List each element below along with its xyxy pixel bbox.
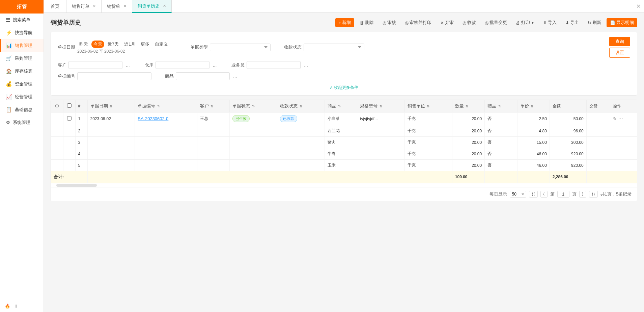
sort-spec-icon[interactable]: ⇅ — [380, 104, 382, 108]
sort-price-icon[interactable]: ⇅ — [531, 104, 533, 108]
page-last-button[interactable]: ⟩⟩ — [589, 191, 598, 198]
filter-customer-input[interactable] — [68, 61, 122, 69]
page-prev-button[interactable]: ⟨ — [540, 191, 548, 198]
more-icon[interactable]: ⋯ — [618, 116, 623, 122]
tab-sales-history-close[interactable]: ✕ — [163, 4, 166, 8]
row-checkbox[interactable] — [63, 148, 75, 160]
salesperson-dots-icon[interactable]: ... — [303, 62, 309, 69]
date-btn-last7days[interactable]: 近7天 — [106, 41, 121, 48]
row-amount: 300.00 — [550, 137, 586, 148]
row-checkbox[interactable] — [63, 112, 75, 125]
sort-gift-icon[interactable]: ⇅ — [498, 104, 501, 108]
th-doc-date[interactable]: 单据日期 ⇅ — [87, 100, 135, 112]
row-amount: 920.00 — [550, 160, 586, 171]
audit-print-button[interactable]: ◎ 审核并打印 — [401, 18, 435, 27]
row-checkbox[interactable] — [63, 137, 75, 148]
th-customer[interactable]: 客户 ⇅ — [197, 100, 230, 112]
th-price[interactable]: 单价 ⇅ — [517, 100, 550, 112]
date-btn-yesterday[interactable]: 昨天 — [77, 41, 90, 48]
new-button[interactable]: + 新增 — [335, 18, 355, 27]
filter-goods-input[interactable] — [176, 72, 230, 80]
sidebar-item-sys-mgmt[interactable]: ⚙ 系统管理 — [0, 116, 44, 129]
select-all-checkbox[interactable] — [67, 103, 72, 108]
sort-doc-no-icon[interactable]: ⇅ — [157, 104, 160, 108]
th-goods[interactable]: 商品 ⇅ — [325, 100, 357, 112]
filter-warehouse-input[interactable] — [156, 61, 209, 69]
filter-payment-status-select[interactable] — [304, 44, 364, 51]
date-btn-more[interactable]: 更多 — [139, 41, 151, 48]
sort-payment-status-icon[interactable]: ⇅ — [300, 104, 302, 108]
sidebar-item-search-menu[interactable]: ☰ 搜索菜单 — [0, 14, 44, 26]
th-unit[interactable]: 销售单位 ⇅ — [405, 100, 452, 112]
sidebar-item-inventory[interactable]: 🏠 库存核算 — [0, 65, 44, 78]
date-btn-custom[interactable]: 自定义 — [153, 41, 170, 48]
refresh-button[interactable]: ↻ 刷新 — [584, 18, 605, 27]
gear-icon[interactable]: ⚙ — [55, 103, 59, 109]
page-input[interactable] — [557, 191, 569, 198]
print-button[interactable]: 🖨 打印 ▼ — [512, 18, 538, 27]
sort-doc-date-icon[interactable]: ⇅ — [110, 104, 112, 108]
th-doc-status[interactable]: 单据状态 ⇅ — [230, 100, 277, 112]
audit-button[interactable]: ◎ 审核 — [379, 18, 399, 27]
filter-area: 单据日期 昨天 今天 近7天 近1月 更多 自定义 2023-06-02 至 2… — [51, 32, 637, 96]
customer-dots-icon[interactable]: ... — [124, 62, 131, 69]
per-page-select[interactable]: 50 100 200 — [510, 191, 526, 198]
tab-close-all[interactable]: ✕ — [636, 3, 644, 9]
abandon-button[interactable]: ✕ 弃审 — [437, 18, 457, 27]
scroll-thumb[interactable] — [56, 184, 97, 187]
sidebar-item-sales-mgmt[interactable]: 📊 销售管理 — [0, 39, 44, 52]
batch-change-button[interactable]: ◎ 批量变更 — [481, 18, 510, 27]
filter-docno-input[interactable] — [77, 72, 151, 80]
row-price: 2.50 — [517, 112, 550, 125]
th-qty[interactable]: 数量 ⇅ — [452, 100, 484, 112]
sidebar-item-basic-info[interactable]: 📋 基础信息 — [0, 103, 44, 116]
tab-sales-goods[interactable]: 销货单 ✕ — [102, 0, 132, 13]
set-button[interactable]: 设置 — [609, 48, 630, 58]
th-transaction: 交货 — [586, 100, 610, 112]
sort-customer-icon[interactable]: ⇅ — [211, 104, 213, 108]
tab-home[interactable]: 首页 — [44, 0, 66, 13]
horizontal-scrollbar[interactable] — [51, 183, 637, 187]
sort-doc-status-icon[interactable]: ⇅ — [252, 104, 255, 108]
sort-qty-icon[interactable]: ⇅ — [466, 104, 468, 108]
sidebar-item-ops-mgmt[interactable]: 📈 经营管理 — [0, 90, 44, 103]
doc-no-link[interactable]: SA-20230602-0 — [138, 116, 168, 121]
edit-icon[interactable]: ✎ — [613, 116, 617, 122]
import-button[interactable]: ⬆ 导入 — [540, 18, 560, 27]
date-btn-today[interactable]: 今天 — [91, 41, 104, 48]
delete-button[interactable]: 🗑 删除 — [356, 18, 377, 27]
tab-sales-order-close[interactable]: ✕ — [93, 4, 96, 8]
row-checkbox[interactable] — [63, 125, 75, 137]
sort-unit-icon[interactable]: ⇅ — [427, 104, 429, 108]
sidebar-pause-icon[interactable]: ⏸ — [13, 304, 18, 309]
sidebar-item-finance[interactable]: 💰 资金管理 — [0, 78, 44, 90]
page-first-button[interactable]: ⟨⟨ — [529, 191, 538, 198]
th-gift[interactable]: 赠品 ⇅ — [485, 100, 517, 112]
row-check-input[interactable] — [67, 116, 72, 121]
goods-dots-icon[interactable]: ... — [232, 73, 239, 80]
filter-salesperson-input[interactable] — [247, 61, 301, 69]
sidebar-item-purchase-mgmt[interactable]: 🛒 采购管理 — [0, 52, 44, 65]
filter-doctype-select[interactable] — [210, 44, 271, 51]
tab-sales-goods-close[interactable]: ✕ — [123, 4, 127, 8]
filter-collapse-btn[interactable]: ∧ 收起更多条件 — [58, 83, 630, 90]
row-payment-status — [277, 125, 325, 137]
page-next-button[interactable]: ⟩ — [579, 191, 586, 198]
show-detail-button[interactable]: 📄 显示明细 — [607, 18, 637, 27]
tab-sales-order[interactable]: 销售订单 ✕ — [66, 0, 102, 13]
tab-sales-history[interactable]: 销货单历史 ✕ — [132, 0, 172, 13]
th-spec[interactable]: 规格型号 ⇅ — [357, 100, 405, 112]
sidebar-fire-icon[interactable]: 🔥 — [5, 304, 10, 309]
query-button[interactable]: 查询 — [609, 37, 630, 46]
date-btn-last1month[interactable]: 近1月 — [122, 41, 137, 48]
collect-button[interactable]: ◎ 收款 — [459, 18, 479, 27]
th-payment-status[interactable]: 收款状态 ⇅ — [277, 100, 325, 112]
export-button[interactable]: ⬇ 导出 — [562, 18, 582, 27]
row-spec — [357, 125, 405, 137]
th-doc-no[interactable]: 单据编号 ⇅ — [135, 100, 197, 112]
sidebar-item-quick-nav[interactable]: ⚡ 快捷导航 — [0, 26, 44, 39]
th-gear[interactable]: ⚙ — [51, 100, 63, 112]
row-checkbox[interactable] — [63, 160, 75, 171]
sort-goods-icon[interactable]: ⇅ — [338, 104, 341, 108]
warehouse-dots-icon[interactable]: ... — [212, 62, 218, 69]
